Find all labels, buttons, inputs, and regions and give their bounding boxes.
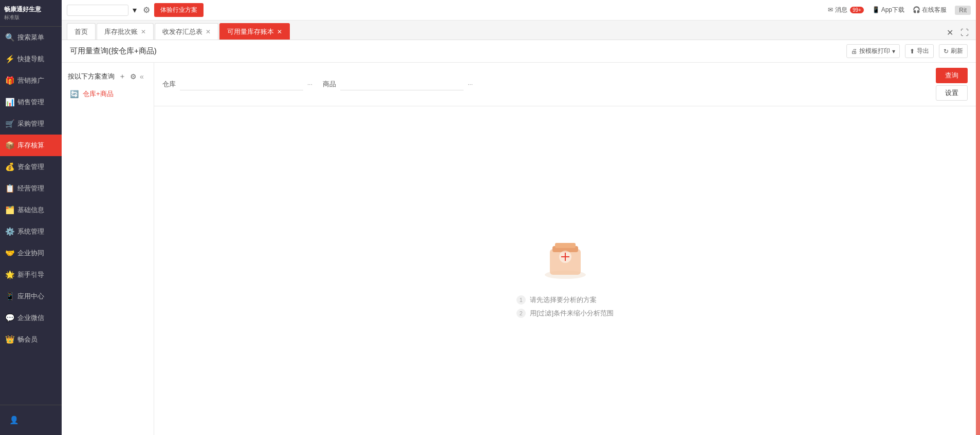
- finance-icon: 💰: [5, 162, 14, 172]
- empty-tips: 1 请先选择要分析的方案 2 用[过滤]条件来缩小分析范围: [516, 295, 614, 318]
- sidebar-bottom: 👤: [0, 405, 62, 435]
- export-icon: ⬆: [910, 48, 915, 55]
- dropdown-icon[interactable]: ▾: [133, 5, 137, 15]
- inventory-icon: 📦: [5, 141, 14, 150]
- product-more-btn[interactable]: ···: [468, 81, 473, 88]
- collapse-scheme-btn[interactable]: «: [140, 71, 144, 82]
- corp-icon: 🤝: [5, 249, 14, 258]
- shortcut-icon: ⚡: [5, 54, 14, 64]
- sidebar-label-system: 系统管理: [17, 227, 44, 236]
- tab-close-available[interactable]: ✕: [277, 28, 282, 35]
- right-edge-indicator: [976, 0, 980, 435]
- online-service-area[interactable]: 🎧 在线客服: [913, 6, 947, 14]
- query-area: 仓库 ··· 商品 ··· 查询 设置: [154, 63, 976, 435]
- tab-batch[interactable]: 库存批次账✕: [97, 23, 154, 40]
- search-input[interactable]: [67, 5, 128, 16]
- sidebar-item-basic[interactable]: 🗂️基础信息: [0, 199, 62, 221]
- warehouse-more-btn[interactable]: ···: [307, 81, 312, 88]
- settings-icon[interactable]: ⚙: [143, 5, 150, 15]
- product-input[interactable]: [340, 78, 464, 90]
- tab-close-batch[interactable]: ✕: [141, 28, 146, 35]
- tab-label-summary: 收发存汇总表: [162, 27, 202, 36]
- app-name: 畅康通好生意: [4, 5, 58, 14]
- sidebar-item-sales[interactable]: 📊销售管理: [0, 91, 62, 113]
- scheme-header-label: 按以下方案查询: [68, 72, 115, 81]
- sidebar: 畅康通好生意 标准版 🔍搜索菜单⚡快捷导航🎁营销推广📊销售管理🛒采购管理📦库存核…: [0, 0, 62, 435]
- empty-illustration: [534, 223, 596, 285]
- sales-icon: 📊: [5, 98, 14, 107]
- settings-btn[interactable]: 设置: [936, 85, 968, 101]
- sidebar-label-search: 搜索菜单: [17, 33, 44, 42]
- sidebar-item-apps[interactable]: 📱应用中心: [0, 286, 62, 307]
- sidebar-item-finance[interactable]: 💰资金管理: [0, 156, 62, 178]
- tab-close-summary[interactable]: ✕: [206, 28, 211, 35]
- add-scheme-btn[interactable]: ＋: [118, 71, 127, 82]
- sidebar-item-system[interactable]: ⚙️系统管理: [0, 221, 62, 242]
- tab-label-home: 首页: [75, 27, 88, 36]
- sidebar-label-sales: 销售管理: [17, 98, 44, 107]
- sidebar-label-corp: 企业协同: [17, 249, 44, 258]
- page-actions: 🖨 按模板打印 ▾ ⬆ 导出 ↻ 刷新: [846, 44, 968, 58]
- page-header: 可用量查询(按仓库+商品) 🖨 按模板打印 ▾ ⬆ 导出 ↻ 刷新: [62, 40, 976, 63]
- sidebar-label-operation: 经营管理: [17, 184, 44, 193]
- sidebar-item-member[interactable]: 👑畅会员: [0, 329, 62, 350]
- print-dropdown-icon: ▾: [892, 48, 895, 55]
- scheme-item-warehouse-product[interactable]: 🔄 仓库+商品: [62, 85, 154, 103]
- sidebar-label-inventory: 库存核算: [17, 141, 44, 150]
- sidebar-item-shortcut[interactable]: ⚡快捷导航: [0, 48, 62, 70]
- sidebar-item-inventory[interactable]: 📦库存核算: [0, 135, 62, 156]
- btn-area: 查询 设置: [936, 68, 968, 101]
- operation-icon: 📋: [5, 184, 14, 193]
- close-tab-btn[interactable]: ✕: [945, 26, 955, 40]
- purchase-icon: 🛒: [5, 119, 14, 128]
- sidebar-label-apps: 应用中心: [17, 292, 44, 301]
- sidebar-item-wechat[interactable]: 💬企业微信: [0, 307, 62, 329]
- sidebar-item-search[interactable]: 🔍搜索菜单: [0, 27, 62, 48]
- sidebar-item-newbie[interactable]: 🌟新手引导: [0, 264, 62, 286]
- sidebar-label-finance: 资金管理: [17, 162, 44, 172]
- app-download-area[interactable]: 📱 App下载: [872, 6, 904, 14]
- tab-available[interactable]: 可用量库存账本✕: [219, 23, 290, 40]
- industry-btn[interactable]: 体验行业方案: [154, 3, 204, 17]
- sidebar-label-wechat: 企业微信: [17, 313, 44, 323]
- query-btn[interactable]: 查询: [936, 68, 968, 83]
- sidebar-label-member: 畅会员: [17, 335, 38, 344]
- warehouse-input[interactable]: [180, 78, 303, 90]
- tabs-bar: 首页库存批次账✕收发存汇总表✕可用量库存账本✕ ✕ ⛶: [62, 21, 976, 40]
- apps-icon: 📱: [5, 292, 14, 301]
- warehouse-filter: 仓库 ···: [162, 78, 312, 90]
- main-content: ▾ ⚙ 体验行业方案 ✉ 消息 99+ 📱 App下载 🎧 在线客服 Rit 首…: [62, 0, 976, 435]
- expand-tab-btn[interactable]: ⛶: [958, 26, 971, 40]
- sidebar-label-marketing: 营销推广: [17, 76, 44, 85]
- tab-label-batch: 库存批次账: [104, 27, 138, 36]
- sidebar-scroll: 🔍搜索菜单⚡快捷导航🎁营销推广📊销售管理🛒采购管理📦库存核算💰资金管理📋经营管理…: [0, 27, 62, 405]
- message-icon: ✉: [828, 6, 833, 13]
- sidebar-item-marketing[interactable]: 🎁营销推广: [0, 70, 62, 91]
- topbar-right: ✉ 消息 99+ 📱 App下载 🎧 在线客服 Rit: [828, 6, 971, 15]
- print-icon: 🖨: [851, 48, 857, 55]
- sidebar-item-operation[interactable]: 📋经营管理: [0, 178, 62, 199]
- tab-label-available: 可用量库存账本: [227, 27, 274, 36]
- topbar: ▾ ⚙ 体验行业方案 ✉ 消息 99+ 📱 App下载 🎧 在线客服 Rit: [62, 0, 976, 21]
- tip-item-2: 2 用[过滤]条件来缩小分析范围: [516, 309, 614, 318]
- user-display[interactable]: Rit: [955, 6, 971, 15]
- sidebar-label-purchase: 采购管理: [17, 119, 44, 128]
- sidebar-item-purchase[interactable]: 🛒采购管理: [0, 113, 62, 135]
- tab-summary[interactable]: 收发存汇总表✕: [155, 23, 218, 40]
- scheme-item-icon: 🔄: [70, 90, 79, 98]
- sidebar-label-newbie: 新手引导: [17, 270, 44, 279]
- sidebar-item-user[interactable]: 👤: [4, 409, 58, 431]
- manage-scheme-btn[interactable]: ⚙: [129, 71, 138, 82]
- tab-home[interactable]: 首页: [67, 23, 96, 40]
- empty-state: 1 请先选择要分析的方案 2 用[过滤]条件来缩小分析范围: [154, 106, 976, 435]
- tip-num-1: 1: [516, 295, 526, 305]
- message-area[interactable]: ✉ 消息 99+: [828, 6, 864, 14]
- export-btn[interactable]: ⬆ 导出: [905, 44, 934, 58]
- print-btn[interactable]: 🖨 按模板打印 ▾: [846, 44, 900, 58]
- sidebar-item-corp[interactable]: 🤝企业协同: [0, 242, 62, 264]
- headset-icon: 🎧: [913, 6, 920, 13]
- refresh-btn[interactable]: ↻ 刷新: [939, 44, 968, 58]
- sidebar-label-basic: 基础信息: [17, 205, 44, 215]
- scheme-panel: 按以下方案查询 ＋ ⚙ « 🔄 仓库+商品: [62, 63, 154, 435]
- system-icon: ⚙️: [5, 227, 14, 236]
